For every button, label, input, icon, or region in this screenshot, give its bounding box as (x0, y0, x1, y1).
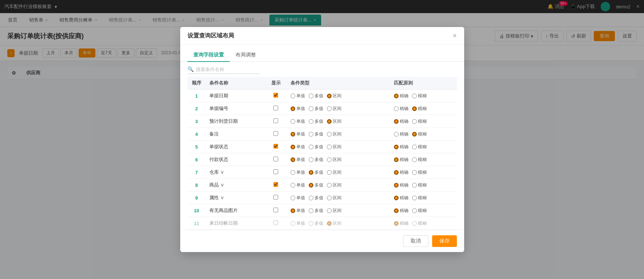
type-radio-label-2-1[interactable]: 多值 (309, 118, 323, 125)
modal-close-btn[interactable]: × (453, 32, 457, 40)
row-type-3: 单值多值区间 (287, 128, 390, 141)
match-radio-label-0-1[interactable]: 模糊 (412, 93, 427, 99)
modal-tab-query-fields[interactable]: 查询字段设置 (187, 49, 230, 62)
row-name-4: 单据状态 (206, 141, 265, 153)
type-radio-label-7-0[interactable]: 单值 (291, 182, 305, 188)
modal-table-wrap: 顺序 条件名称 显示 条件类型 匹配原则 1单据日期单值多值区间精确模糊2单据编… (180, 77, 464, 207)
type-radio-label-6-1[interactable]: 多值 (309, 169, 323, 176)
show-checkbox-2[interactable] (273, 118, 278, 123)
row-type-2: 单值多值区间 (287, 115, 390, 128)
type-radio-label-8-0[interactable]: 单值 (291, 195, 305, 201)
row-show-2 (265, 115, 287, 128)
match-radio-label-6-1[interactable]: 模糊 (412, 169, 427, 176)
row-order-6: 7 (187, 166, 206, 179)
match-radio-label-8-0[interactable]: 精确 (394, 195, 408, 201)
show-checkbox-3[interactable] (273, 131, 278, 136)
match-radio-label-3-1[interactable]: 模糊 (412, 131, 427, 137)
type-radio-label-1-0[interactable]: 单值 (291, 106, 305, 112)
row-order-1: 2 (187, 102, 206, 115)
show-checkbox-5[interactable] (273, 157, 278, 161)
modal-title: 设置查询区域布局 (187, 32, 234, 40)
show-checkbox-8[interactable] (273, 195, 278, 200)
row-show-7 (265, 179, 287, 192)
match-radio-label-6-0[interactable]: 精确 (394, 169, 408, 176)
match-radio-label-4-0[interactable]: 精确 (394, 144, 408, 150)
row-name-0: 单据日期 (206, 90, 265, 102)
match-radio-label-5-1[interactable]: 模糊 (412, 157, 427, 163)
row-name-9: 有无商品图片 (206, 204, 265, 207)
match-radio-label-3-0[interactable]: 精确 (394, 131, 408, 137)
match-radio-label-8-1[interactable]: 模糊 (412, 195, 427, 201)
row-show-6 (265, 166, 287, 179)
type-radio-label-5-2[interactable]: 区间 (327, 157, 341, 163)
match-radio-label-7-1[interactable]: 模糊 (412, 182, 427, 188)
type-radio-label-0-1[interactable]: 多值 (309, 93, 323, 99)
match-radio-label-2-1[interactable]: 模糊 (412, 118, 427, 125)
type-radio-label-3-1[interactable]: 多值 (309, 131, 323, 137)
row-show-0 (265, 90, 287, 102)
th-type: 条件类型 (287, 77, 390, 90)
type-radio-label-7-1[interactable]: 多值 (309, 182, 323, 188)
row-order-7: 8 (187, 179, 206, 192)
row-order-8: 9 (187, 192, 206, 204)
th-match: 匹配原则 (390, 77, 457, 90)
row-name-5: 付款状态 (206, 153, 265, 166)
row-name-3: 备注 (206, 128, 265, 141)
modal-tab-bar: 查询字段设置 布局调整 (180, 44, 464, 62)
type-radio-label-0-2[interactable]: 区间 (327, 93, 341, 99)
match-radio-label-5-0[interactable]: 精确 (394, 157, 408, 163)
match-radio-label-1-1[interactable]: 模糊 (412, 106, 427, 112)
type-radio-label-4-1[interactable]: 多值 (309, 144, 323, 150)
type-radio-label-4-0[interactable]: 单值 (291, 144, 305, 150)
type-radio-label-6-0[interactable]: 单值 (291, 169, 305, 176)
search-input[interactable] (196, 67, 254, 72)
type-radio-label-8-2[interactable]: 区间 (327, 195, 341, 201)
row-match-9: 精确模糊 (390, 204, 457, 207)
row-match-6: 精确模糊 (390, 166, 457, 179)
type-radio-label-4-2[interactable]: 区间 (327, 144, 341, 150)
type-radio-label-1-1[interactable]: 多值 (309, 106, 323, 112)
show-checkbox-7[interactable] (273, 182, 278, 187)
match-radio-label-7-0[interactable]: 精确 (394, 182, 408, 188)
type-radio-label-3-2[interactable]: 区间 (327, 131, 341, 137)
match-radio-label-2-0[interactable]: 精确 (394, 118, 408, 125)
row-type-4: 单值多值区间 (287, 141, 390, 153)
row-order-9: 10 (187, 204, 206, 207)
type-radio-label-7-2[interactable]: 区间 (327, 182, 341, 188)
row-match-0: 精确模糊 (390, 90, 457, 102)
match-radio-label-1-0[interactable]: 精确 (394, 106, 408, 112)
match-radio-label-0-0[interactable]: 精确 (394, 93, 408, 99)
type-radio-label-0-0[interactable]: 单值 (291, 93, 305, 99)
type-radio-label-5-1[interactable]: 多值 (309, 157, 323, 163)
row-match-7: 精确模糊 (390, 179, 457, 192)
row-match-2: 精确模糊 (390, 115, 457, 128)
row-show-4 (265, 141, 287, 153)
row-name-6: 仓库 ∨ (206, 166, 265, 179)
show-checkbox-4[interactable] (273, 144, 278, 149)
show-checkbox-6[interactable] (273, 169, 278, 174)
type-radio-label-6-2[interactable]: 区间 (327, 169, 341, 176)
row-match-8: 精确模糊 (390, 192, 457, 204)
search-icon: 🔍 (187, 66, 194, 72)
type-radio-label-2-0[interactable]: 单值 (291, 118, 305, 125)
row-type-7: 单值多值区间 (287, 179, 390, 192)
search-wrapper: 🔍 (187, 66, 260, 74)
row-type-8: 单值多值区间 (287, 192, 390, 204)
match-radio-label-4-1[interactable]: 模糊 (412, 144, 427, 150)
row-name-7: 商品 ∨ (206, 179, 265, 192)
type-radio-label-8-1[interactable]: 多值 (309, 195, 323, 201)
show-checkbox-1[interactable] (273, 106, 278, 110)
row-show-8 (265, 192, 287, 204)
type-radio-label-2-2[interactable]: 区间 (327, 118, 341, 125)
type-radio-label-1-2[interactable]: 区间 (327, 106, 341, 112)
row-match-3: 精确模糊 (390, 128, 457, 141)
row-name-8: 属性 ∨ (206, 192, 265, 204)
row-show-3 (265, 128, 287, 141)
modal-tab-layout[interactable]: 布局调整 (230, 49, 262, 62)
type-radio-label-3-0[interactable]: 单值 (291, 131, 305, 137)
modal-overlay: 设置查询区域布局 × 查询字段设置 布局调整 🔍 顺序 (0, 0, 644, 207)
type-radio-label-5-0[interactable]: 单值 (291, 157, 305, 163)
row-type-5: 单值多值区间 (287, 153, 390, 166)
show-checkbox-0[interactable] (273, 93, 278, 98)
modal-tab-query-label: 查询字段设置 (193, 52, 224, 58)
